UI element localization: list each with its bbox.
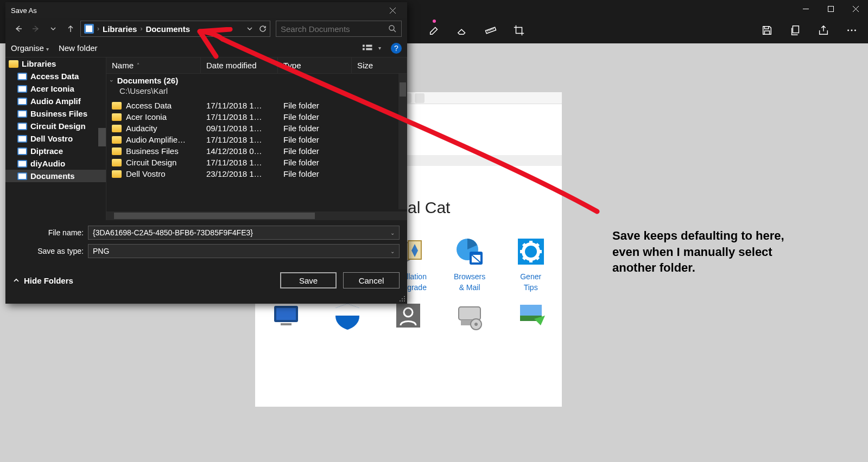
help-button[interactable]: ? xyxy=(391,43,402,54)
dialog-title: Save As xyxy=(11,7,37,15)
svg-rect-36 xyxy=(404,298,405,299)
svg-rect-31 xyxy=(363,48,365,50)
highlighter-icon[interactable] xyxy=(422,18,446,42)
forward-button[interactable] xyxy=(28,21,43,36)
svg-rect-37 xyxy=(400,300,401,301)
bg-icon-general[interactable]: GenerTips xyxy=(503,233,559,292)
breadcrumb-item[interactable]: Documents xyxy=(145,24,190,34)
breadcrumb-dropdown-icon[interactable] xyxy=(244,21,256,36)
dialog-titlebar: Save As xyxy=(5,2,407,18)
folder-tree[interactable]: Libraries Access Data Acer Iconia Audio … xyxy=(5,57,106,220)
copy-icon[interactable] xyxy=(783,18,807,42)
group-subtitle: C:\Users\Karl xyxy=(106,86,407,100)
svg-point-5 xyxy=(854,30,856,31)
search-icon xyxy=(388,24,397,33)
chevron-up-icon xyxy=(13,277,20,284)
refresh-button[interactable] xyxy=(257,21,269,36)
list-h-scrollbar[interactable] xyxy=(106,211,407,220)
new-folder-button[interactable]: New folder xyxy=(59,43,98,53)
tree-item[interactable]: Circuit Design xyxy=(5,120,106,132)
save-button[interactable]: Save xyxy=(280,272,337,288)
group-header[interactable]: ›Documents (26) xyxy=(106,74,407,86)
eraser-icon[interactable] xyxy=(451,18,474,42)
save-type-label: Save as type: xyxy=(13,247,84,255)
file-name-label: File name: xyxy=(13,228,84,237)
close-button[interactable] xyxy=(843,0,868,17)
svg-rect-33 xyxy=(366,48,372,50)
save-type-select[interactable]: PNG⌄ xyxy=(88,244,400,258)
dialog-nav: › Libraries › Documents xyxy=(5,18,407,39)
library-icon xyxy=(84,24,94,34)
recent-chevron-icon[interactable] xyxy=(46,21,61,36)
tree-item[interactable]: Audio Amplif xyxy=(5,95,106,107)
tree-item[interactable]: Diptrace xyxy=(5,145,106,157)
tree-item[interactable]: Access Data xyxy=(5,70,106,82)
col-size[interactable]: Size xyxy=(352,57,407,73)
svg-rect-0 xyxy=(828,6,833,11)
ruler-icon[interactable] xyxy=(479,18,503,42)
breadcrumb[interactable]: › Libraries › Documents xyxy=(80,21,270,37)
organise-button[interactable]: Organise▾ xyxy=(11,43,49,53)
svg-rect-19 xyxy=(276,308,296,320)
tree-scrollbar[interactable] xyxy=(98,128,106,146)
view-options-button[interactable]: ▾ xyxy=(363,42,381,54)
chevron-right-icon: › xyxy=(97,25,99,33)
svg-rect-32 xyxy=(366,44,372,47)
minimize-button[interactable] xyxy=(793,0,818,17)
list-item[interactable]: Acer Iconia17/11/2018 1…File folder xyxy=(106,111,407,123)
bg-icon-browsers[interactable]: Browsers& Mail xyxy=(442,233,498,292)
col-date[interactable]: Date modified xyxy=(201,57,278,73)
bg-icon-row2-5[interactable] xyxy=(503,297,559,334)
cancel-button[interactable]: Cancel xyxy=(343,272,400,288)
list-header[interactable]: Name˄ Date modified Type Size xyxy=(106,57,407,74)
tree-item-libraries[interactable]: Libraries xyxy=(5,57,106,70)
svg-point-3 xyxy=(847,30,849,31)
annotation-text: Save keeps defaulting to here, even when… xyxy=(612,228,786,276)
more-icon[interactable] xyxy=(840,18,864,42)
svg-rect-20 xyxy=(281,323,292,325)
tree-item[interactable]: diyAudio xyxy=(5,157,106,170)
breadcrumb-item[interactable]: Libraries xyxy=(103,24,137,34)
svg-rect-39 xyxy=(404,296,405,297)
bg-icon-row2-4[interactable] xyxy=(442,297,498,334)
col-name[interactable]: Name˄ xyxy=(106,57,201,73)
svg-rect-2 xyxy=(793,26,799,33)
search-field[interactable] xyxy=(281,24,388,34)
list-item[interactable]: Dell Vostro23/12/2018 1…File folder xyxy=(106,168,407,179)
save-as-dialog: Save As › Libraries › Documents Organise… xyxy=(5,2,407,304)
svg-rect-23 xyxy=(459,307,480,320)
tree-item[interactable]: Acer Iconia xyxy=(5,82,106,95)
tree-item-documents[interactable]: Documents xyxy=(5,170,106,182)
resize-grip[interactable] xyxy=(398,295,406,303)
up-button[interactable] xyxy=(63,21,78,36)
back-button[interactable] xyxy=(11,21,26,36)
file-name-input[interactable]: {3DA61698-C2A5-4850-BFB6-73D85F9F4FE3}⌄ xyxy=(88,226,400,240)
tree-item[interactable]: Business Files xyxy=(5,107,106,120)
save-icon[interactable] xyxy=(755,18,779,42)
chevron-right-icon: › xyxy=(140,25,142,33)
list-item[interactable]: Audacity09/11/2018 1…File folder xyxy=(106,123,407,134)
dialog-tools: Organise▾ New folder ▾ ? xyxy=(5,39,407,57)
tree-item[interactable]: Dell Vostro xyxy=(5,132,106,145)
svg-rect-38 xyxy=(402,298,403,299)
svg-point-29 xyxy=(389,25,394,30)
svg-point-26 xyxy=(474,323,478,326)
list-v-scrollbar[interactable] xyxy=(398,74,407,209)
col-type[interactable]: Type xyxy=(278,57,352,73)
svg-rect-30 xyxy=(363,44,365,47)
maximize-button[interactable] xyxy=(818,0,843,17)
svg-rect-34 xyxy=(404,300,405,301)
svg-point-4 xyxy=(851,30,853,31)
share-icon[interactable] xyxy=(812,18,835,42)
file-list: Name˄ Date modified Type Size ›Documents… xyxy=(106,57,407,220)
search-input[interactable] xyxy=(276,21,402,37)
crop-icon[interactable] xyxy=(507,18,531,42)
svg-rect-35 xyxy=(402,300,403,301)
list-item[interactable]: Audio Amplifie…17/11/2018 1…File folder xyxy=(106,134,407,145)
dialog-close-button[interactable] xyxy=(381,3,404,18)
list-item[interactable]: Circuit Design17/11/2018 1…File folder xyxy=(106,157,407,168)
list-item[interactable]: Access Data17/11/2018 1…File folder xyxy=(106,100,407,111)
list-item[interactable]: Business Files14/12/2018 0…File folder xyxy=(106,145,407,157)
hide-folders-button[interactable]: Hide Folders xyxy=(13,276,73,285)
